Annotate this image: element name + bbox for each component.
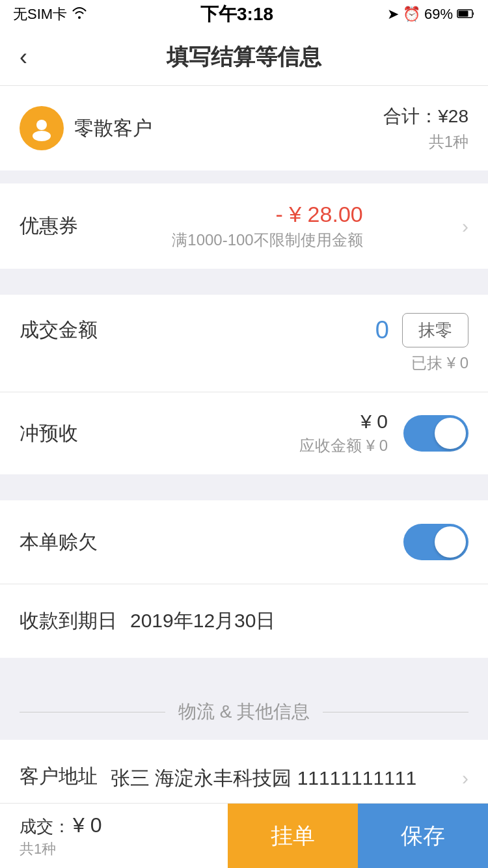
battery-label: 69%: [424, 6, 453, 23]
coupon-right: - ¥ 28.00 满1000-100不限制使用金额: [172, 202, 362, 251]
coupon-chevron-icon: ›: [462, 215, 468, 237]
prepaid-right: ¥ 0 应收金额 ¥ 0: [299, 411, 468, 456]
due-date-label: 收款到期日: [20, 608, 117, 634]
date-row: 收款到期日 2019年12月30日: [0, 584, 488, 658]
svg-point-3: [33, 131, 51, 141]
bottom-count: 共1种: [20, 839, 208, 859]
alarm-icon: ⏰: [403, 6, 420, 23]
coupon-value: - ¥ 28.00: [276, 202, 363, 227]
section-divider-2: [0, 487, 488, 500]
time-display: 下午3:18: [200, 2, 273, 27]
nav-bar: ‹ 填写结算等信息: [0, 29, 488, 86]
logistics-label: 物流 & 其他信息: [178, 699, 310, 724]
debt-toggle[interactable]: [403, 524, 468, 560]
logistics-line-left: [20, 712, 165, 712]
due-date-value: 2019年12月30日: [130, 608, 275, 634]
section-divider-1: [0, 282, 488, 295]
carrier-label: 无SIM卡: [13, 5, 67, 24]
prepaid-sub: 应收金额 ¥ 0: [299, 435, 388, 456]
prepaid-row: 冲预收 ¥ 0 应收金额 ¥ 0: [0, 392, 488, 474]
transaction-row: 成交金额 0 抹零 已抹 ¥ 0: [0, 295, 488, 392]
status-left: 无SIM卡: [13, 5, 87, 24]
transaction-sub: 已抹 ¥ 0: [411, 353, 468, 373]
transaction-label: 成交金额: [20, 317, 98, 344]
debt-row: 本单赊欠: [0, 500, 488, 584]
status-bar: 无SIM卡 下午3:18 ➤ ⏰ 69%: [0, 0, 488, 29]
address-value: 张三 海淀永丰科技园 11111111111: [111, 763, 416, 793]
debt-toggle-knob: [435, 526, 466, 558]
transaction-input-wrap: 0 抹零: [350, 313, 468, 347]
debt-label: 本单赊欠: [20, 529, 98, 556]
coupon-label: 优惠券: [20, 213, 78, 239]
svg-point-2: [36, 120, 47, 130]
customer-row: 零散客户 合计：¥28 共1种: [0, 86, 488, 170]
back-button[interactable]: ‹: [20, 44, 27, 71]
bottom-bar: 成交： ¥ 0 共1种 挂单 保存: [0, 803, 488, 868]
logistics-line-right: [323, 712, 468, 712]
page-title: 填写结算等信息: [167, 42, 321, 72]
transaction-top: 成交金额 0 抹零: [20, 313, 468, 347]
customer-right: 合计：¥28 共1种: [383, 104, 468, 152]
prepaid-label: 冲预收: [20, 420, 78, 447]
battery-icon: [457, 6, 475, 23]
customer-left: 零散客户: [20, 106, 152, 150]
location-icon: ➤: [387, 6, 399, 23]
wifi-icon: [72, 6, 87, 23]
coupon-sub: 满1000-100不限制使用金额: [172, 230, 362, 251]
prepaid-toggle[interactable]: [403, 415, 468, 452]
customer-name: 零散客户: [74, 115, 152, 142]
logistics-header: 物流 & 其他信息: [0, 684, 488, 740]
transaction-card: 成交金额 0 抹零 已抹 ¥ 0 冲预收 ¥ 0 应收金额 ¥ 0: [0, 295, 488, 474]
address-left: 客户地址 张三 海淀永丰科技园 11111111111: [20, 763, 416, 793]
transaction-value[interactable]: 0: [350, 316, 389, 344]
section-divider-3: [0, 671, 488, 684]
address-label: 客户地址: [20, 763, 98, 790]
customer-avatar: [20, 106, 64, 150]
prepaid-amounts: ¥ 0 应收金额 ¥ 0: [299, 411, 388, 456]
save-button[interactable]: 保存: [358, 804, 488, 868]
svg-rect-1: [459, 11, 468, 17]
debt-card: 本单赊欠 收款到期日 2019年12月30日: [0, 500, 488, 658]
prepaid-toggle-knob: [435, 418, 466, 449]
coupon-row[interactable]: 优惠券 - ¥ 28.00 满1000-100不限制使用金额 ›: [0, 183, 488, 269]
status-right: ➤ ⏰ 69%: [387, 6, 475, 23]
round-button[interactable]: 抹零: [402, 313, 468, 347]
pending-button[interactable]: 挂单: [228, 804, 358, 868]
customer-card: 零散客户 合计：¥28 共1种: [0, 86, 488, 170]
content-area: 零散客户 合计：¥28 共1种 优惠券 - ¥ 28.00 满1000-100不…: [0, 86, 488, 868]
bottom-info: 成交： ¥ 0 共1种: [0, 804, 228, 868]
total-amount: 合计：¥28: [383, 104, 468, 129]
total-count: 共1种: [383, 131, 468, 152]
address-chevron-icon: ›: [462, 767, 468, 789]
bottom-amount: ¥ 0: [73, 813, 102, 837]
transaction-bottom: 已抹 ¥ 0: [20, 353, 468, 373]
prepaid-amount: ¥ 0: [299, 411, 388, 433]
bottom-label: 成交：: [20, 815, 70, 838]
coupon-card: 优惠券 - ¥ 28.00 满1000-100不限制使用金额 ›: [0, 183, 488, 269]
